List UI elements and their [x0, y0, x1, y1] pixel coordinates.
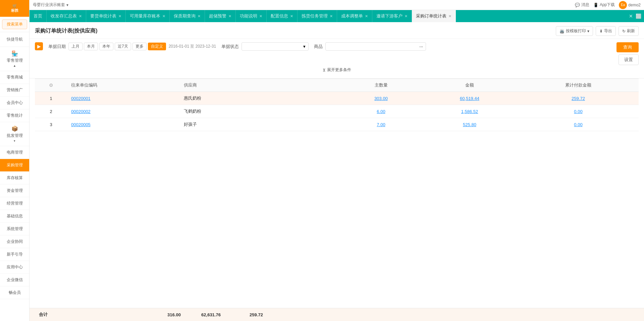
sidebar-item-new-guide[interactable]: 新手引导 — [0, 248, 29, 261]
sidebar: 🛒 标胜 搜索菜单 快捷导航 🏪 零售管理 ▲ 零售商城 营销推广 会员中心 零… — [0, 0, 30, 321]
tab-collect-pay[interactable]: 收发存汇总表 ✕ — [47, 10, 86, 22]
td-amount[interactable]: 525.80 — [421, 118, 518, 131]
sidebar-item-sys-mgmt[interactable]: 系统管理 — [0, 223, 29, 235]
date-custom[interactable]: 自定义 — [148, 43, 166, 50]
sidebar-item-marketing[interactable]: 营销推广 — [0, 84, 29, 97]
td-amount[interactable]: 60,519.44 — [421, 92, 518, 105]
sidebar-item-retail-stats[interactable]: 零售统计 — [0, 109, 29, 122]
tab-goods-stats[interactable]: 要货单统计表 ✕ — [86, 10, 126, 22]
th-code: 往来单位编码 — [67, 79, 180, 92]
date-this-year[interactable]: 本年 — [99, 43, 113, 50]
tab-close-icon[interactable]: ✕ — [448, 14, 451, 18]
expand-more-button[interactable]: ⊻ 展开更多条件 — [323, 67, 351, 73]
sidebar-item-label: 基础信息 — [7, 213, 23, 219]
td-amount[interactable]: 1,586.52 — [421, 105, 518, 118]
td-qty[interactable]: 303.00 — [341, 92, 421, 105]
message-button[interactable]: 💬 消息 — [575, 2, 589, 8]
sidebar-item-member[interactable]: 畅会员 — [0, 286, 29, 299]
app-logo: 🛒 标胜 — [0, 0, 29, 17]
user-menu[interactable]: Ea demo2 — [619, 1, 641, 9]
tab-inventory-ledger[interactable]: 可用量库存账本 ✕ — [126, 10, 170, 22]
query-button[interactable]: 查询 — [616, 42, 639, 52]
logo-text: 标胜 — [11, 8, 18, 13]
td-paid[interactable]: 0.00 — [518, 105, 639, 118]
sidebar-item-member-center[interactable]: 会员中心 — [0, 97, 29, 109]
tab-close-icon[interactable]: ✕ — [290, 14, 293, 18]
tab-close-icon[interactable]: ✕ — [198, 14, 201, 18]
sidebar-item-retail-shop[interactable]: 零售商城 — [0, 71, 29, 84]
export-button[interactable]: ⬇ 导出 — [596, 26, 616, 36]
sidebar-item-inventory[interactable]: 库存核算 — [0, 172, 29, 184]
td-paid[interactable]: 259.72 — [518, 92, 639, 105]
retail-mgmt-icon: 🏪 — [11, 50, 18, 57]
workspace-selector[interactable]: 母婴行业演示账套 ▾ — [33, 2, 68, 8]
sidebar-quicknav-section: 快捷导航 — [0, 32, 29, 47]
tab-config-info[interactable]: 配置信息 ✕ — [267, 10, 298, 22]
sidebar-item-finance[interactable]: 资金管理 — [0, 184, 29, 197]
sidebar-item-basic-info[interactable]: 基础信息 — [0, 210, 29, 223]
tab-invite-downstream[interactable]: 邀请下游客户 ✕ — [372, 10, 412, 22]
date-more[interactable]: 更多 — [132, 43, 147, 50]
sidebar-item-quicknav[interactable]: 快捷导航 — [2, 35, 27, 44]
tab-close-icon[interactable]: ✕ — [228, 14, 231, 18]
td-supplier: 好孩子 — [180, 118, 341, 131]
td-qty[interactable]: 7.00 — [341, 118, 421, 131]
sidebar-search-section: 搜索菜单 — [0, 17, 29, 32]
maximize-icon[interactable]: ⬜ — [636, 13, 641, 19]
tab-purchase-stats[interactable]: 采购订单统计表 ✕ — [412, 10, 456, 22]
filter-main-row: ▶ 单据日期 上月 本月 本年 近7天 更多 — [35, 42, 639, 65]
tab-close-icon[interactable]: ✕ — [365, 14, 368, 18]
column-settings-icon[interactable]: ⚙ — [49, 83, 53, 88]
date-last-month[interactable]: 上月 — [68, 43, 83, 50]
tab-close-icon[interactable]: ✕ — [118, 14, 121, 18]
tab-warranty-query[interactable]: 保质期查询 ✕ — [170, 10, 205, 22]
refresh-button[interactable]: ↻ 刷新 — [619, 26, 639, 36]
tab-func-desc[interactable]: 功能说明 ✕ — [236, 10, 267, 22]
sidebar-item-enterprise-collab[interactable]: 企业协同 — [0, 235, 29, 248]
sidebar-item-ecom-mgmt[interactable]: 电商管理 — [0, 146, 29, 159]
tab-close-icon[interactable]: ✕ — [259, 14, 262, 18]
tab-close-icon[interactable]: ✕ — [79, 14, 82, 18]
sidebar-item-label: 企业微信 — [7, 277, 23, 283]
settings-button[interactable]: 设置 — [619, 54, 639, 65]
top-bar-right: 💬 消息 📱 App下载 Ea demo2 — [575, 1, 641, 9]
td-seq: 3 — [35, 118, 67, 131]
top-bar-left: 母婴行业演示账套 ▾ — [33, 2, 68, 8]
app-download-icon: 📱 — [593, 3, 598, 7]
sidebar-item-enterprise-wechat[interactable]: 企业微信 — [0, 274, 29, 286]
app-download-button[interactable]: 📱 App下载 — [593, 2, 615, 8]
td-code[interactable]: 00020005 — [67, 118, 180, 131]
tab-close-icon[interactable]: ✕ — [405, 14, 408, 18]
tab-home[interactable]: 首页 — [30, 10, 47, 22]
date-filter-label: 单据日期 — [48, 44, 66, 50]
tab-close-icon[interactable]: ✕ — [330, 14, 333, 18]
td-paid[interactable]: 0.00 — [518, 118, 639, 131]
workspace-name: 母婴行业演示账套 — [33, 2, 65, 8]
sidebar-item-wholesale-mgmt[interactable]: 📦 批发管理 ▾ — [0, 122, 29, 146]
sidebar-item-purchase-mgmt[interactable]: 采购管理 — [0, 159, 29, 172]
template-print-button[interactable]: 🖨️ 按模板打印 ▾ — [556, 26, 593, 36]
tab-surplus-warning[interactable]: 超储预警 ✕ — [205, 10, 236, 22]
sidebar-item-retail-mgmt[interactable]: 🏪 零售管理 ▲ — [0, 47, 29, 71]
td-qty[interactable]: 6.00 — [341, 105, 421, 118]
td-code[interactable]: 00020002 — [67, 105, 180, 118]
td-code[interactable]: 00020001 — [67, 92, 180, 105]
date-7days[interactable]: 近7天 — [115, 43, 131, 50]
tab-close-icon[interactable]: ✕ — [162, 14, 165, 18]
tab-label: 要货单统计表 — [90, 13, 116, 19]
tab-pick-task[interactable]: 拣货任务管理 ✕ — [298, 10, 337, 22]
date-this-month[interactable]: 本月 — [84, 43, 98, 50]
close-tab-icon[interactable]: ✕ — [629, 13, 633, 19]
td-seq: 1 — [35, 92, 67, 105]
logo-icon: 🛒 — [12, 4, 17, 8]
table-row: 1 00020001 惠氏奶粉 303.00 60,519.44 259.72 — [35, 92, 639, 105]
sidebar-item-app-center[interactable]: 应用中心 — [0, 261, 29, 274]
tab-label: 配置信息 — [271, 13, 288, 19]
filter-toggle-button[interactable]: ▶ — [35, 42, 43, 50]
tab-label: 超储预警 — [209, 13, 226, 19]
status-dropdown[interactable]: ▾ — [241, 42, 309, 51]
sidebar-item-ops-mgmt[interactable]: 经营管理 — [0, 197, 29, 210]
goods-search-input[interactable]: ··· — [325, 42, 426, 51]
search-menu-button[interactable]: 搜索菜单 — [2, 19, 27, 29]
tab-cost-adjust[interactable]: 成本调整单 ✕ — [337, 10, 372, 22]
